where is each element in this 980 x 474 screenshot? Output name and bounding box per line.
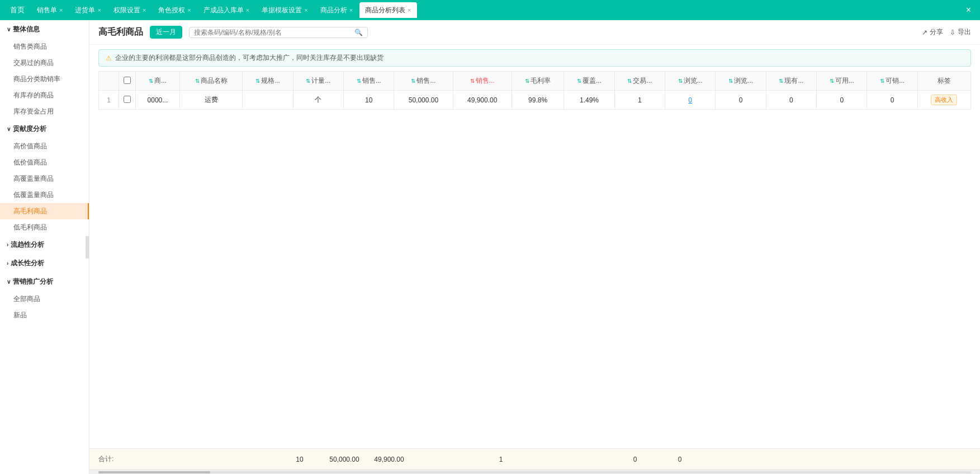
col-name-header[interactable]: ⇅商品名称	[179, 72, 243, 91]
col-margin-header[interactable]: ⇅毛利率	[512, 72, 564, 91]
info-banner: ⚠ 企业的主要的利润都是这部分商品创造的，可考虑加大推广，同时关注库存是不要出现…	[98, 49, 971, 67]
filter-recent-month-button[interactable]: 近一月	[150, 26, 182, 39]
col-spec-header[interactable]: ⇅规格...	[243, 72, 293, 91]
nav-tab-2[interactable]: 权限设置×	[108, 2, 152, 18]
sidebar-section-title-3[interactable]: ›成长性分析	[0, 254, 89, 273]
bottom-scrollbar[interactable]	[89, 470, 980, 474]
col-sales-profit-header[interactable]: ⇅销售...	[453, 72, 512, 91]
table-footer: 合计: 10 50,000.00 49,900.00 1 0 0	[89, 448, 980, 470]
sidebar-section-title-4[interactable]: ∨营销推广分析	[0, 273, 89, 291]
nav-tab-5[interactable]: 单据模板设置×	[256, 2, 313, 18]
page-title: 高毛利商品	[98, 26, 143, 38]
col-current-stock-header[interactable]: ⇅现有...	[766, 72, 816, 91]
sidebar-item-1-5[interactable]: 低毛利商品	[0, 219, 89, 236]
search-input[interactable]	[194, 29, 351, 36]
nav-tab-1[interactable]: 进货单×	[69, 2, 106, 18]
table-body: 1 0000... 运费 个 10 50,000.00 49,900.00 99…	[99, 91, 971, 110]
row-saleable-stock: 0	[867, 91, 917, 110]
col-transactions-header[interactable]: ⇅交易...	[614, 72, 665, 91]
sidebar-section-4: ∨营销推广分析全部商品新品	[0, 273, 89, 323]
col-tag-header: 标签	[917, 72, 970, 91]
export-button[interactable]: ⇩ 导出	[950, 27, 971, 37]
scrollbar-thumb[interactable]	[98, 471, 210, 473]
row-browse1[interactable]: 0	[665, 91, 716, 110]
sidebar-section-title-0[interactable]: ∨整体信息	[0, 20, 89, 39]
main-layout: « ∨整体信息销售类商品交易过的商品商品分类助销率有库存的商品库存资金占用∨贡献…	[0, 20, 980, 474]
sidebar-section-1: ∨贡献度分析高价值商品低价值商品高覆盖量商品低覆盖量商品高毛利商品低毛利商品	[0, 120, 89, 236]
row-current-stock: 0	[766, 91, 816, 110]
sidebar-item-1-4[interactable]: 高毛利商品	[0, 203, 89, 219]
nav-tab-3[interactable]: 角色授权×	[153, 2, 196, 18]
nav-tab-close-3[interactable]: ×	[187, 7, 191, 13]
content-area: 高毛利商品 近一月 🔍 ↗ 分享 ⇩ 导出 ⚠ 企业的主要的利润都是这部分商品创…	[89, 20, 980, 474]
nav-tab-6[interactable]: 商品分析×	[315, 2, 358, 18]
footer-label: 合计:	[98, 454, 165, 464]
sidebar-section-title-1[interactable]: ∨贡献度分析	[0, 120, 89, 138]
search-box: 🔍	[189, 27, 368, 38]
footer-current-stock: 0	[613, 456, 657, 463]
footer-cells: 10 50,000.00 49,900.00 1 0 0	[165, 456, 971, 463]
row-num: 1	[99, 91, 119, 110]
row-available-stock: 0	[817, 91, 867, 110]
sidebar-item-4-0[interactable]: 全部商品	[0, 291, 89, 307]
sidebar-item-4-1[interactable]: 新品	[0, 307, 89, 323]
row-margin-rate: 99.8%	[512, 91, 564, 110]
col-browse1-header[interactable]: ⇅浏览...	[665, 72, 716, 91]
col-sales-amount-header[interactable]: ⇅销售...	[394, 72, 453, 91]
nav-tab-close-6[interactable]: ×	[349, 7, 353, 13]
nav-tab-close-7[interactable]: ×	[408, 7, 411, 13]
col-coverage-header[interactable]: ⇅覆盖...	[564, 72, 614, 91]
col-browse2-header[interactable]: ⇅浏览...	[716, 72, 766, 91]
sidebar-collapse-button[interactable]: «	[86, 236, 89, 259]
col-header[interactable]: ⇅商...	[136, 72, 180, 91]
row-name: 运费	[179, 91, 243, 110]
footer-transactions: 1	[479, 456, 523, 463]
sidebar-item-0-4[interactable]: 库存资金占用	[0, 104, 89, 120]
sidebar-item-0-0[interactable]: 销售类商品	[0, 39, 89, 55]
nav-tab-close-5[interactable]: ×	[304, 7, 307, 13]
nav-tab-close-2[interactable]: ×	[143, 7, 146, 13]
share-icon: ↗	[922, 29, 927, 36]
nav-tab-7[interactable]: 商品分析列表×	[359, 2, 416, 18]
sidebar-item-1-1[interactable]: 低价值商品	[0, 154, 89, 171]
row-unit: 个	[293, 91, 343, 110]
row-code: 0000...	[136, 91, 180, 110]
sidebar: « ∨整体信息销售类商品交易过的商品商品分类助销率有库存的商品库存资金占用∨贡献…	[0, 20, 89, 474]
content-header: 高毛利商品 近一月 🔍 ↗ 分享 ⇩ 导出	[89, 20, 980, 45]
nav-tab-close-1[interactable]: ×	[97, 7, 101, 13]
export-icon: ⇩	[950, 29, 955, 36]
sidebar-item-1-3[interactable]: 低覆盖量商品	[0, 187, 89, 203]
close-all-tabs-button[interactable]: ×	[962, 5, 976, 15]
sidebar-item-1-0[interactable]: 高价值商品	[0, 138, 89, 154]
nav-tab-close-0[interactable]: ×	[59, 7, 63, 13]
row-sales-amount: 50,000.00	[394, 91, 453, 110]
col-unit-header[interactable]: ⇅计量...	[293, 72, 343, 91]
select-all-checkbox[interactable]	[124, 77, 131, 84]
nav-tab-4[interactable]: 产成品入库单×	[198, 2, 255, 18]
nav-tab-close-4[interactable]: ×	[246, 7, 249, 13]
sidebar-section-2: ›流趋性分析	[0, 236, 89, 254]
search-icon[interactable]: 🔍	[354, 29, 363, 36]
row-tag: 高收入	[917, 91, 970, 110]
sidebar-item-0-2[interactable]: 商品分类助销率	[0, 71, 89, 87]
col-saleable-stock-header[interactable]: ⇅可销...	[867, 72, 917, 91]
sidebar-section-0: ∨整体信息销售类商品交易过的商品商品分类助销率有库存的商品库存资金占用	[0, 20, 89, 120]
nav-tab-0[interactable]: 销售单×	[31, 2, 68, 18]
sidebar-item-0-1[interactable]: 交易过的商品	[0, 55, 89, 71]
row-browse2: 0	[716, 91, 766, 110]
share-button[interactable]: ↗ 分享	[922, 27, 943, 37]
col-available-stock-header[interactable]: ⇅可用...	[817, 72, 867, 91]
row-transactions: 1	[614, 91, 665, 110]
col-sales-qty-header[interactable]: ⇅销售...	[344, 72, 394, 91]
sidebar-item-1-2[interactable]: 高覆盖量商品	[0, 171, 89, 187]
footer-sales-profit: 49,900.00	[367, 456, 411, 463]
row-coverage: 1.49%	[564, 91, 614, 110]
row-sales-profit: 49,900.00	[453, 91, 512, 110]
col-num	[99, 72, 119, 91]
nav-home[interactable]: 首页	[4, 5, 30, 15]
sidebar-item-0-3[interactable]: 有库存的商品	[0, 87, 89, 104]
table-header: ⇅商... ⇅商品名称 ⇅规格... ⇅计量... ⇅销售... ⇅销售... …	[99, 72, 971, 91]
product-table: ⇅商... ⇅商品名称 ⇅规格... ⇅计量... ⇅销售... ⇅销售... …	[98, 71, 971, 110]
sidebar-section-title-2[interactable]: ›流趋性分析	[0, 236, 89, 254]
row-checkbox[interactable]	[124, 96, 131, 103]
